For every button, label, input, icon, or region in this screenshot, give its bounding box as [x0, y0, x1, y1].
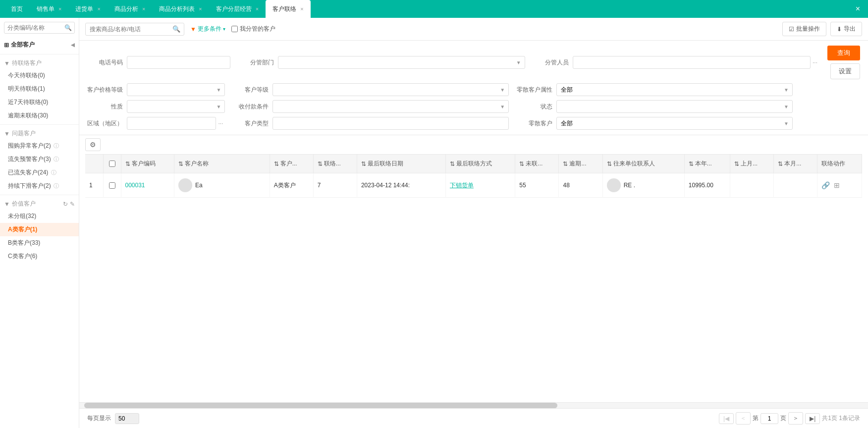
nature-select[interactable] [127, 100, 225, 113]
price-level-select[interactable] [127, 83, 225, 96]
dept-select[interactable] [278, 56, 525, 69]
sidebar-item-hoarding[interactable]: 囤购异常客户(2) ⓘ [0, 139, 79, 153]
nav-customer-tier[interactable]: 客户分层经营 × [209, 0, 266, 18]
nav-purchase-close[interactable]: × [97, 6, 100, 12]
row-qr-icon[interactable]: ⊞ [834, 181, 840, 189]
sidebar-item-7days[interactable]: 近7天待联络(0) [0, 96, 79, 109]
nav-goods-analysis[interactable]: 商品分析 × [108, 0, 152, 18]
col-level[interactable]: ⇅客户... [270, 155, 313, 173]
refresh-icon[interactable]: ↻ [63, 201, 68, 208]
sidebar-item-today[interactable]: 今天待联络(0) [0, 69, 79, 82]
pagination-right: |◀ ＜ 第 页 ＞ ▶| 共1页 1条记录 [719, 412, 860, 425]
manager-input[interactable] [573, 56, 811, 69]
sidebar-search-wrap: 🔍 [0, 18, 79, 38]
total-label: 共1页 1条记录 [822, 414, 860, 423]
page-input[interactable] [760, 413, 778, 424]
sidebar-item-c-class[interactable]: C类客户(6) [0, 250, 79, 263]
col-last-method[interactable]: ⇅最后联络方式 [445, 155, 515, 173]
sidebar-item-a-class[interactable]: A类客户(1) [0, 223, 79, 236]
pagination-left: 每页显示 50 10 20 100 [87, 413, 139, 424]
nav-sales-close[interactable]: × [58, 6, 61, 12]
manager-more-btn[interactable]: ··· [811, 59, 819, 66]
bottom-scrollbar[interactable] [79, 402, 868, 408]
table-settings-btn[interactable]: ⚙ [85, 138, 101, 151]
retail-customer-select[interactable]: 全部 [556, 117, 793, 130]
col-this-year[interactable]: ⇅本年... [684, 155, 730, 173]
col-overdue[interactable]: ⇅逾期... [559, 155, 602, 173]
sidebar-item-tomorrow[interactable]: 明天待联络(1) [0, 82, 79, 96]
nav-purchase[interactable]: 进货单 × [68, 0, 107, 18]
status-select[interactable] [556, 100, 793, 113]
edit-group-icon[interactable]: ✎ [70, 201, 75, 208]
setting-btn[interactable]: 设置 [830, 63, 860, 79]
export-btn[interactable]: ⬇ 导出 [830, 22, 862, 36]
query-btn[interactable]: 查询 [827, 46, 860, 60]
col-sort-icon-8: ⇅ [563, 160, 568, 167]
row-last-method[interactable]: 下销货单 [445, 173, 515, 198]
nav-sales[interactable]: 销售单 × [30, 0, 68, 18]
retail-attr-select[interactable]: 全部 [556, 83, 793, 96]
row-code[interactable]: 000031 [121, 173, 174, 198]
region-more-btn[interactable]: ··· [216, 120, 225, 127]
col-contact[interactable]: ⇅联络... [313, 155, 357, 173]
nav-home[interactable]: 首页 [4, 0, 30, 18]
pay-terms-select[interactable] [272, 100, 509, 113]
sidebar-item-churned[interactable]: 已流失客户(24) ⓘ [0, 166, 79, 179]
sidebar-search-icon: 🔍 [64, 24, 72, 31]
sidebar-grid-icon: ⊞ [4, 42, 9, 49]
my-customers-check[interactable]: 我分管的客户 [231, 25, 275, 33]
col-not-contacted[interactable]: ⇅未联... [515, 155, 559, 173]
my-customers-checkbox[interactable] [231, 26, 238, 32]
sidebar-group-pending[interactable]: ▼ 待联络客户 [0, 56, 79, 69]
row-level: A类客户 [270, 173, 313, 198]
row-link-icon[interactable]: 🔗 [821, 181, 830, 189]
col-code[interactable]: ⇅客户编码 [121, 155, 174, 173]
col-this-month[interactable]: ⇅本月... [774, 155, 817, 173]
sidebar-item-churn-warning[interactable]: 流失预警客户(3) ⓘ [0, 153, 79, 166]
batch-icon: ☑ [789, 26, 794, 33]
nav-goods-list-close[interactable]: × [199, 6, 202, 12]
customer-type-input[interactable] [272, 117, 509, 130]
row-contact: 7 [313, 173, 357, 198]
customer-level-select[interactable] [272, 83, 509, 96]
row-checkbox-cell [103, 173, 121, 198]
batch-op-btn[interactable]: ☑ 批量操作 [782, 22, 826, 36]
sidebar-item-b-class[interactable]: B类客户(33) [0, 236, 79, 250]
phone-input[interactable] [127, 56, 230, 69]
more-conditions-btn[interactable]: ▼ 更多条件 ▾ [188, 25, 227, 33]
next-page-btn[interactable]: ＞ [788, 412, 803, 425]
sidebar-group-value[interactable]: ▼ 价值客户 ↻ ✎ [0, 197, 79, 210]
page-size-select[interactable]: 50 10 20 100 [115, 413, 139, 424]
sidebar-group-problem[interactable]: ▼ 问题客户 [0, 127, 79, 139]
col-last-date[interactable]: ⇅最后联络日期 [357, 155, 445, 173]
filter-region: 区域（地区） ··· [87, 117, 225, 130]
row-last-date: 2023-04-12 14:44: [357, 173, 445, 198]
nav-customer-contact[interactable]: 客户联络 × [266, 0, 310, 18]
region-input[interactable] [127, 117, 216, 130]
filter-icon: ▼ [190, 26, 196, 33]
nav-customer-contact-close[interactable]: × [300, 6, 303, 12]
nav-goods-analysis-close[interactable]: × [142, 6, 145, 12]
first-page-btn[interactable]: |◀ [719, 413, 734, 424]
filter-search-input[interactable] [85, 23, 184, 36]
info-icon-1: ⓘ [54, 143, 59, 149]
col-name[interactable]: ⇅客户名称 [174, 155, 270, 173]
sidebar-item-declining[interactable]: 持续下滑客户(2) ⓘ [0, 179, 79, 193]
col-last-month[interactable]: ⇅上月... [730, 155, 774, 173]
select-all-checkbox[interactable] [109, 160, 115, 167]
nav-close-all[interactable]: × [852, 4, 864, 13]
prev-page-btn[interactable]: ＜ [736, 412, 751, 425]
filter-price-level: 客户价格等级 ▼ [87, 83, 225, 96]
sidebar-item-overdue[interactable]: 逾期未联络(30) [0, 109, 79, 122]
col-contacts[interactable]: ⇅往来单位联系人 [602, 155, 684, 173]
chevron-down-icon-2: ▼ [4, 130, 10, 137]
last-page-btn[interactable]: ▶| [805, 413, 820, 424]
filter-actions: 查询 设置 [827, 46, 860, 79]
sidebar-item-ungrouped[interactable]: 未分组(32) [0, 210, 79, 223]
col-sort-icon-3: ⇅ [274, 160, 279, 167]
nav-customer-tier-close[interactable]: × [256, 6, 259, 12]
filter-retail-customer: 零散客户 全部 ▼ [517, 117, 793, 130]
row-checkbox[interactable] [109, 182, 115, 189]
sidebar-all-customers[interactable]: ⊞ 全部客户 ◀ [0, 38, 79, 52]
nav-goods-list[interactable]: 商品分析列表 × [152, 0, 209, 18]
